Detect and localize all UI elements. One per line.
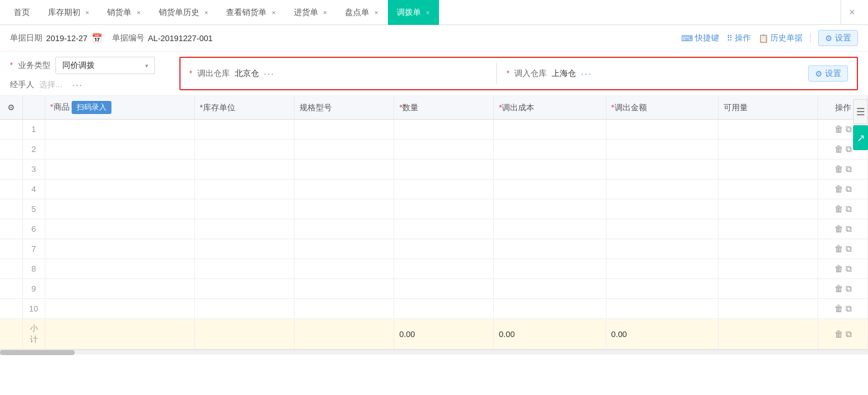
source-warehouse-more-icon[interactable]: ···: [264, 69, 275, 79]
business-type-select[interactable]: 同价调拨 ▾: [55, 57, 155, 74]
row-goods[interactable]: [45, 179, 194, 199]
tab-inventory-init[interactable]: 库存期初 ×: [39, 0, 98, 25]
handler-more-icon[interactable]: ···: [72, 80, 83, 90]
tab-sales-order[interactable]: 销货单 ×: [98, 0, 149, 25]
copy-row-icon[interactable]: ⧉: [846, 124, 852, 134]
tab-inventory-init-close[interactable]: ×: [85, 9, 89, 16]
delete-row-icon[interactable]: 🗑: [834, 329, 843, 339]
delete-row-icon[interactable]: 🗑: [834, 264, 843, 274]
tab-sales-order-close[interactable]: ×: [136, 9, 140, 16]
target-warehouse-more-icon[interactable]: ···: [581, 69, 592, 79]
row-goods[interactable]: [45, 159, 194, 179]
tab-stocktake[interactable]: 盘点单 ×: [336, 0, 387, 25]
copy-row-icon[interactable]: ⧉: [846, 283, 852, 293]
row-cost[interactable]: [494, 279, 606, 299]
handler-placeholder[interactable]: 选择...: [39, 79, 62, 90]
delete-row-icon[interactable]: 🗑: [834, 164, 843, 174]
row-amount[interactable]: [606, 259, 718, 279]
row-goods[interactable]: [45, 140, 194, 159]
row-qty[interactable]: [394, 239, 494, 259]
delete-row-icon[interactable]: 🗑: [834, 303, 843, 313]
row-cost[interactable]: [494, 239, 606, 259]
copy-row-icon[interactable]: ⧉: [846, 303, 852, 313]
row-qty[interactable]: [394, 199, 494, 219]
delete-row-icon[interactable]: 🗑: [834, 124, 843, 134]
copy-row-icon[interactable]: ⧉: [846, 164, 852, 174]
operation-action[interactable]: ⠿ 操作: [727, 32, 751, 44]
row-cost[interactable]: [494, 199, 606, 219]
settings-button[interactable]: ⚙ 设置: [818, 30, 858, 46]
row-cost[interactable]: [494, 299, 606, 319]
row-goods[interactable]: [45, 279, 194, 299]
row-goods[interactable]: [45, 219, 194, 239]
row-qty[interactable]: [394, 299, 494, 319]
row-qty[interactable]: [394, 140, 494, 159]
row-amount[interactable]: [606, 299, 718, 319]
row-goods[interactable]: [45, 120, 194, 140]
row-qty[interactable]: [394, 120, 494, 140]
warehouse-settings-button[interactable]: ⚙ 设置: [808, 65, 848, 82]
row-cost[interactable]: 0.00: [494, 319, 606, 350]
tab-view-sales[interactable]: 查看销货单 ×: [217, 0, 285, 25]
copy-row-icon[interactable]: ⧉: [846, 244, 852, 254]
row-goods[interactable]: [45, 319, 194, 350]
row-amount[interactable]: 0.00: [606, 319, 718, 350]
copy-row-icon[interactable]: ⧉: [846, 184, 852, 194]
row-goods[interactable]: [45, 259, 194, 279]
row-cost[interactable]: [494, 219, 606, 239]
row-cost[interactable]: [494, 140, 606, 159]
tab-stocktake-close[interactable]: ×: [374, 9, 378, 16]
calendar-icon[interactable]: 📅: [92, 33, 102, 43]
copy-row-icon[interactable]: ⧉: [846, 204, 852, 214]
row-cost[interactable]: [494, 120, 606, 140]
row-amount[interactable]: [606, 120, 718, 140]
tab-sales-history-close[interactable]: ×: [204, 9, 208, 16]
copy-row-icon[interactable]: ⧉: [846, 329, 852, 339]
float-expand-btn[interactable]: ↗: [853, 125, 868, 150]
row-qty[interactable]: [394, 159, 494, 179]
row-qty[interactable]: [394, 179, 494, 199]
tab-sales-history[interactable]: 销货单历史 ×: [150, 0, 217, 25]
tab-purchase-close[interactable]: ×: [323, 9, 327, 16]
tab-transfer[interactable]: 调拨单 ×: [388, 0, 439, 25]
row-goods[interactable]: [45, 239, 194, 259]
copy-row-icon[interactable]: ⧉: [846, 224, 852, 234]
row-amount[interactable]: [606, 140, 718, 159]
tab-purchase[interactable]: 进货单 ×: [285, 0, 336, 25]
row-amount[interactable]: [606, 219, 718, 239]
th-settings[interactable]: ⚙: [0, 96, 22, 120]
row-amount[interactable]: [606, 239, 718, 259]
row-goods[interactable]: [45, 199, 194, 219]
tab-home[interactable]: 首页: [5, 0, 39, 25]
row-amount[interactable]: [606, 199, 718, 219]
tab-view-sales-close[interactable]: ×: [271, 9, 275, 16]
data-table: ⚙ *商品 扫码录入 *库存单位 规格型号 *数量 *调出成本 *调出金额 可用…: [0, 96, 868, 350]
copy-row-icon[interactable]: ⧉: [846, 144, 852, 154]
copy-row-icon[interactable]: ⧉: [846, 264, 852, 274]
delete-row-icon[interactable]: 🗑: [834, 144, 843, 154]
row-amount[interactable]: [606, 159, 718, 179]
row-amount[interactable]: [606, 179, 718, 199]
row-qty[interactable]: [394, 219, 494, 239]
float-list-btn[interactable]: ☰: [853, 99, 868, 124]
row-cost[interactable]: [494, 259, 606, 279]
scan-button[interactable]: 扫码录入: [72, 101, 111, 114]
shortcut-action[interactable]: ⌨ 快捷键: [681, 32, 719, 44]
horizontal-scrollbar[interactable]: [0, 350, 868, 355]
row-cost[interactable]: [494, 179, 606, 199]
row-qty[interactable]: [394, 259, 494, 279]
row-qty[interactable]: 0.00: [394, 319, 494, 350]
delete-row-icon[interactable]: 🗑: [834, 204, 843, 214]
delete-row-icon[interactable]: 🗑: [834, 224, 843, 234]
scrollbar-thumb[interactable]: [0, 350, 75, 355]
history-action[interactable]: 📋 历史单据: [758, 32, 803, 44]
row-goods[interactable]: [45, 299, 194, 319]
window-close-button[interactable]: ×: [841, 0, 863, 25]
delete-row-icon[interactable]: 🗑: [834, 244, 843, 254]
delete-row-icon[interactable]: 🗑: [834, 184, 843, 194]
row-amount[interactable]: [606, 279, 718, 299]
row-qty[interactable]: [394, 279, 494, 299]
delete-row-icon[interactable]: 🗑: [834, 283, 843, 293]
tab-transfer-close[interactable]: ×: [426, 9, 430, 16]
row-cost[interactable]: [494, 159, 606, 179]
